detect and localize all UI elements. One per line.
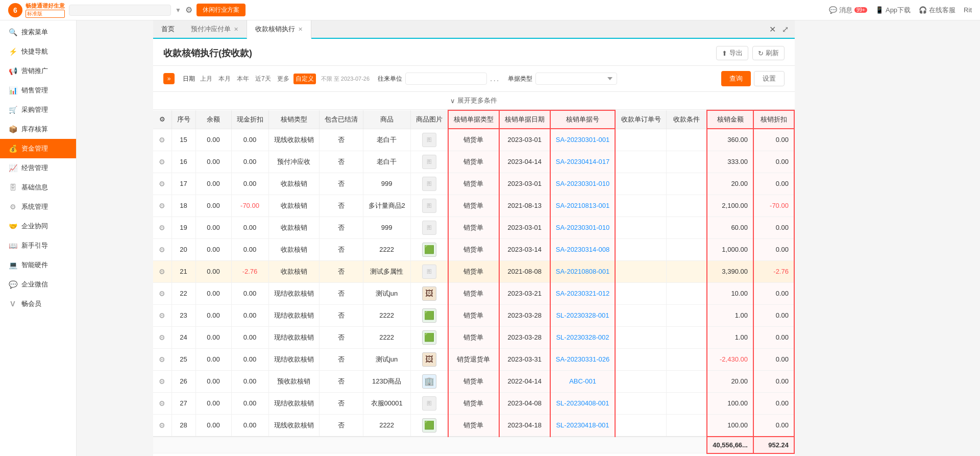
sidebar-item-member[interactable]: V 畅会员 [0, 294, 76, 314]
row-gear-icon[interactable]: ⚙ [159, 268, 165, 276]
date-custom[interactable]: 自定义 [293, 74, 316, 84]
sidebar-item-marketing[interactable]: 📢 营销推广 [0, 61, 76, 81]
row-gear-icon[interactable]: ⚙ [159, 311, 165, 320]
online-service-btn[interactable]: 🎧 在线客服 [919, 6, 955, 15]
cell-gear[interactable]: ⚙ [153, 129, 172, 151]
row-gear-icon[interactable]: ⚙ [159, 224, 165, 232]
cell-gear[interactable]: ⚙ [153, 326, 172, 348]
query-button[interactable]: 查询 [721, 71, 751, 86]
cell-bill-no[interactable]: SA-20230301-010 [550, 217, 616, 238]
cell-bill-no[interactable]: SL-20230418-001 [550, 414, 616, 437]
bill-no-link[interactable]: SL-20230328-001 [556, 311, 609, 319]
sidebar-item-system[interactable]: ⚙ 系统管理 [0, 197, 76, 217]
bill-no-link[interactable]: SA-20230301-010 [556, 180, 610, 187]
cell-gear[interactable]: ⚙ [153, 282, 172, 304]
tab-home[interactable]: 首页 [153, 20, 183, 38]
user-name-btn[interactable]: Rit [964, 6, 972, 14]
bill-no-link[interactable]: SA-20230331-026 [556, 355, 610, 363]
cell-gear[interactable]: ⚙ [153, 370, 172, 392]
col-header-gear[interactable]: ⚙ [153, 110, 172, 129]
bill-no-link[interactable]: SL-20230418-001 [556, 421, 609, 429]
tab-close-prepay[interactable]: ✕ [234, 26, 238, 33]
bill-no-link[interactable]: SA-20230321-012 [556, 290, 610, 297]
cell-gear[interactable]: ⚙ [153, 414, 172, 437]
tab-writeoff[interactable]: 收款核销执行 ✕ [247, 20, 311, 39]
export-button[interactable]: ⬆ 导出 [716, 46, 748, 60]
bill-no-link[interactable]: ABC-001 [569, 377, 596, 385]
cell-bill-no[interactable]: SA-20210813-001 [550, 195, 616, 217]
tab-minimize-icon[interactable]: ✕ [767, 22, 778, 36]
sidebar-item-search[interactable]: 🔍 搜索菜单 [0, 22, 76, 42]
cell-gear[interactable]: ⚙ [153, 217, 172, 238]
cell-gear[interactable]: ⚙ [153, 195, 172, 217]
row-gear-icon[interactable]: ⚙ [159, 246, 165, 254]
top-search-input[interactable] [69, 5, 171, 16]
cell-bill-no[interactable]: SA-20230301-001 [550, 129, 616, 151]
date-7days[interactable]: 近7天 [253, 74, 273, 84]
sidebar-item-hardware[interactable]: 💻 智能硬件 [0, 255, 76, 275]
gear-icon[interactable]: ⚙ [185, 5, 192, 15]
sidebar-item-shortcut[interactable]: ⚡ 快捷导航 [0, 42, 76, 61]
bill-no-link[interactable]: SA-20210813-001 [556, 202, 610, 209]
from-unit-input[interactable] [405, 73, 487, 85]
row-gear-icon[interactable]: ⚙ [159, 180, 165, 188]
table-container[interactable]: ⚙ 序号 余额 现金折扣 核销类型 包含已结清 商品 商品图片 核销单据类型 核… [153, 110, 795, 456]
row-gear-icon[interactable]: ⚙ [159, 421, 165, 429]
cell-gear[interactable]: ⚙ [153, 260, 172, 282]
tab-prepay[interactable]: 预付冲应付单 ✕ [183, 20, 247, 38]
cell-bill-no[interactable]: SA-20230321-012 [550, 282, 616, 304]
bill-no-link[interactable]: SA-20230301-010 [556, 224, 610, 231]
row-gear-icon[interactable]: ⚙ [159, 136, 165, 144]
row-gear-icon[interactable]: ⚙ [159, 377, 165, 386]
bill-no-link[interactable]: SL-20230328-002 [556, 333, 609, 341]
date-this-month[interactable]: 本月 [216, 74, 233, 84]
cell-bill-no[interactable]: SA-20230414-017 [550, 151, 616, 173]
cell-bill-no[interactable]: SA-20230331-026 [550, 348, 616, 370]
cell-gear[interactable]: ⚙ [153, 304, 172, 326]
row-gear-icon[interactable]: ⚙ [159, 355, 165, 364]
sidebar-item-collab[interactable]: 🤝 企业协同 [0, 217, 76, 236]
cell-bill-no[interactable]: SA-20230314-008 [550, 238, 616, 260]
tab-maximize-icon[interactable]: ⤢ [780, 22, 791, 36]
date-this-year[interactable]: 本年 [235, 74, 251, 84]
date-more[interactable]: 更多 [275, 74, 291, 84]
bill-no-link[interactable]: SA-20230314-008 [556, 246, 610, 253]
collapse-filter-btn[interactable]: » [163, 73, 175, 84]
sidebar-item-finance[interactable]: 💰 资金管理 [0, 139, 76, 158]
cell-bill-no[interactable]: SL-20230328-002 [550, 326, 616, 348]
table-gear-icon[interactable]: ⚙ [159, 115, 165, 123]
cell-bill-no[interactable]: SA-20230301-010 [550, 173, 616, 195]
app-download-btn[interactable]: 📱 App下载 [875, 6, 911, 15]
cell-gear[interactable]: ⚙ [153, 173, 172, 195]
row-gear-icon[interactable]: ⚙ [159, 290, 165, 298]
row-gear-icon[interactable]: ⚙ [159, 399, 165, 407]
bill-no-link[interactable]: SA-20230301-001 [556, 136, 610, 143]
row-gear-icon[interactable]: ⚙ [159, 158, 165, 166]
settings-button[interactable]: 设置 [754, 71, 785, 86]
notification-btn[interactable]: 💬 消息 99+ [829, 6, 867, 15]
sidebar-item-operation[interactable]: 📈 经营管理 [0, 158, 76, 178]
row-gear-icon[interactable]: ⚙ [159, 202, 165, 210]
report-type-select[interactable] [535, 73, 617, 85]
date-last-month[interactable]: 上月 [198, 74, 214, 84]
sidebar-item-purchase[interactable]: 🛒 采购管理 [0, 100, 76, 119]
cell-gear[interactable]: ⚙ [153, 348, 172, 370]
bill-no-link[interactable]: SL-20230408-001 [556, 399, 609, 407]
expand-more-btn[interactable]: ∨ 展开更多条件 [450, 94, 497, 107]
refresh-button[interactable]: ↻ 刷新 [752, 46, 785, 60]
cell-bill-no[interactable]: ABC-001 [550, 370, 616, 392]
cell-gear[interactable]: ⚙ [153, 238, 172, 260]
cell-bill-no[interactable]: SL-20230408-001 [550, 392, 616, 414]
cell-bill-no[interactable]: SL-20230328-001 [550, 304, 616, 326]
chevron-down-icon[interactable]: ▼ [175, 7, 181, 14]
sidebar-item-basic[interactable]: 🗄 基础信息 [0, 178, 76, 197]
tab-close-writeoff[interactable]: ✕ [298, 26, 303, 33]
sidebar-item-inventory[interactable]: 📦 库存核算 [0, 119, 76, 139]
cell-bill-no[interactable]: SA-20210808-001 [550, 260, 616, 282]
bill-no-link[interactable]: SA-20230414-017 [556, 158, 610, 165]
sidebar-item-sales[interactable]: 📊 销售管理 [0, 81, 76, 100]
sidebar-item-guide[interactable]: 📖 新手引导 [0, 236, 76, 255]
row-gear-icon[interactable]: ⚙ [159, 333, 165, 342]
bill-no-link[interactable]: SA-20210808-001 [556, 268, 610, 275]
cell-gear[interactable]: ⚙ [153, 151, 172, 173]
